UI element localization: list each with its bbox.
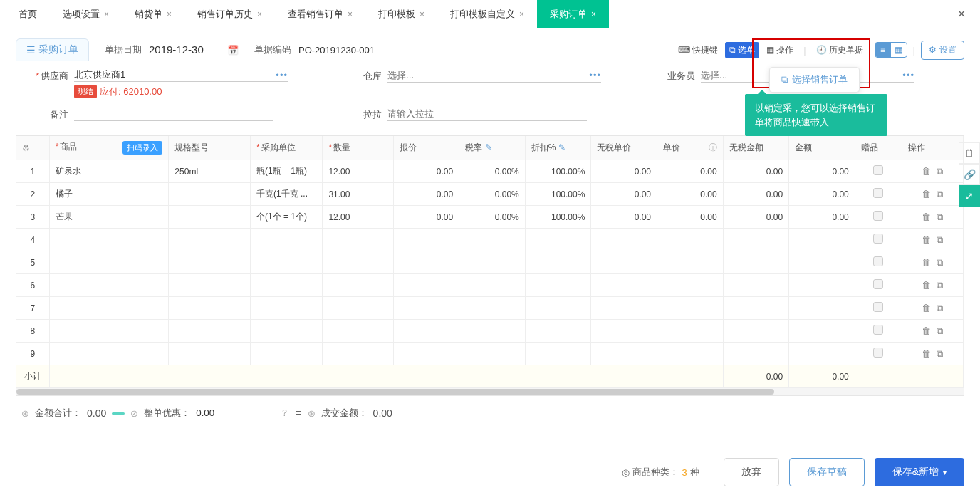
view-list-icon[interactable]: ≡ (875, 43, 891, 57)
cell-product[interactable] (49, 343, 169, 365)
tab-print-custom[interactable]: 打印模板自定义× (437, 0, 537, 28)
cell-discount[interactable]: 100.00% (525, 206, 591, 229)
cell-netamount[interactable] (723, 274, 789, 297)
cell-amount[interactable] (789, 274, 855, 297)
delete-icon[interactable]: 🗑 (922, 303, 931, 313)
select-sales-order-popover[interactable]: ⧉ 选择销售订单 (769, 67, 860, 93)
copy-icon[interactable]: ⧉ (937, 325, 943, 336)
checkbox[interactable] (873, 256, 883, 266)
scan-badge[interactable]: 扫码录入 (123, 141, 162, 155)
cell-price[interactable]: 0.00 (657, 206, 723, 229)
cell-bonus[interactable] (855, 274, 902, 297)
cell-product[interactable] (49, 297, 169, 320)
cell-amount[interactable] (789, 320, 855, 343)
save-new-button[interactable]: 保存&新增▾ (875, 458, 964, 486)
cell-discount[interactable]: 100.00% (525, 160, 591, 183)
cell-price[interactable]: 0.00 (657, 160, 723, 183)
cell-amount[interactable] (789, 343, 855, 365)
cell-price[interactable] (657, 320, 723, 343)
cell-discount[interactable] (525, 229, 591, 251)
edit-icon[interactable]: ✎ (558, 142, 565, 152)
cell-qty[interactable] (323, 343, 393, 365)
table-row[interactable]: 2橘子千克(1千克 ...31.000.000.00%100.00%0.000.… (16, 183, 964, 206)
edit-icon[interactable]: ✎ (485, 142, 492, 152)
cell-netamount[interactable] (723, 297, 789, 320)
shortcut-button[interactable]: ⌨快捷键 (674, 42, 722, 58)
cell-unit[interactable]: 瓶(1瓶 = 1瓶) (251, 160, 323, 183)
cell-bonus[interactable] (855, 160, 902, 183)
cell-price[interactable]: 0.00 (657, 183, 723, 206)
cell-netamount[interactable] (723, 251, 789, 274)
cell-netamount[interactable]: 0.00 (723, 160, 789, 183)
delete-icon[interactable]: 🗑 (922, 234, 931, 245)
expand-icon[interactable]: ⤢ (959, 185, 980, 207)
table-row[interactable]: 1矿泉水250ml瓶(1瓶 = 1瓶)12.000.000.00%100.00%… (16, 160, 964, 183)
close-icon[interactable]: × (167, 9, 172, 19)
cell-price[interactable] (657, 274, 723, 297)
cell-bonus[interactable] (855, 206, 902, 229)
copy-icon[interactable]: ⧉ (937, 212, 943, 222)
cell-unit[interactable]: 千克(1千克 ... (251, 183, 323, 206)
checkbox[interactable] (873, 211, 883, 221)
cell-qty[interactable]: 12.00 (323, 206, 393, 229)
cell-qty[interactable] (323, 320, 393, 343)
cell-price[interactable] (657, 297, 723, 320)
note-icon[interactable]: 🗒 (959, 142, 980, 164)
delete-icon[interactable]: 🗑 (922, 257, 931, 268)
col-gear[interactable]: ⚙ (16, 136, 49, 160)
cell-spec[interactable]: 250ml (169, 160, 251, 183)
more-icon[interactable]: ••• (902, 70, 914, 80)
table-row[interactable]: 6🗑⧉ (16, 274, 964, 297)
close-icon[interactable]: × (519, 9, 524, 19)
cell-quote[interactable] (393, 297, 459, 320)
copy-icon[interactable]: ⧉ (937, 189, 943, 199)
cell-tax[interactable]: 0.00% (459, 206, 526, 229)
cell-tax[interactable] (459, 297, 526, 320)
cell-unit[interactable] (251, 297, 323, 320)
cell-bonus[interactable] (855, 183, 902, 206)
cell-amount[interactable] (789, 297, 855, 320)
cell-quote[interactable] (393, 343, 459, 365)
remark-input[interactable] (74, 107, 273, 121)
cell-tax[interactable] (459, 320, 526, 343)
history-button[interactable]: 🕘历史单据 (812, 42, 867, 58)
checkbox[interactable] (873, 302, 883, 312)
cell-qty[interactable] (323, 251, 393, 274)
cell-bonus[interactable] (855, 251, 902, 274)
cell-qty[interactable] (323, 274, 393, 297)
cell-tax[interactable]: 0.00% (459, 183, 526, 206)
cell-netamount[interactable] (723, 343, 789, 365)
cell-unit[interactable]: 个(1个 = 1个) (251, 206, 323, 229)
cell-amount[interactable]: 0.00 (789, 160, 855, 183)
close-icon[interactable]: × (348, 9, 353, 19)
more-icon[interactable]: ••• (589, 70, 601, 80)
cell-spec[interactable] (169, 183, 251, 206)
cell-tax[interactable] (459, 343, 526, 365)
cell-quote[interactable]: 0.00 (393, 160, 459, 183)
cell-netamount[interactable] (723, 229, 789, 251)
cell-product[interactable] (49, 251, 169, 274)
cell-price[interactable] (657, 343, 723, 365)
operations-button[interactable]: ▦操作 (762, 42, 798, 58)
copy-icon[interactable]: ⧉ (937, 166, 943, 177)
delete-icon[interactable]: 🗑 (922, 280, 931, 291)
tab-purchase-order[interactable]: 采购订单× (537, 0, 609, 28)
cell-quote[interactable] (393, 274, 459, 297)
cell-netprice[interactable]: 0.00 (591, 206, 657, 229)
copy-icon[interactable]: ⧉ (937, 257, 943, 268)
cell-spec[interactable] (169, 206, 251, 229)
table-row[interactable]: 8🗑⧉ (16, 320, 964, 343)
cell-netprice[interactable] (591, 320, 657, 343)
save-draft-button[interactable]: 保存草稿 (789, 458, 865, 486)
cell-netprice[interactable]: 0.00 (591, 183, 657, 206)
horizontal-scrollbar[interactable] (16, 388, 964, 395)
cell-spec[interactable] (169, 297, 251, 320)
cell-product[interactable] (49, 229, 169, 251)
cell-discount[interactable] (525, 251, 591, 274)
checkbox[interactable] (873, 165, 883, 175)
discard-button[interactable]: 放弃 (724, 458, 779, 486)
close-icon[interactable]: × (104, 9, 109, 19)
tab-home[interactable]: 首页 (6, 0, 50, 28)
view-card-icon[interactable]: ▦ (891, 43, 907, 57)
close-icon[interactable]: × (419, 9, 424, 19)
